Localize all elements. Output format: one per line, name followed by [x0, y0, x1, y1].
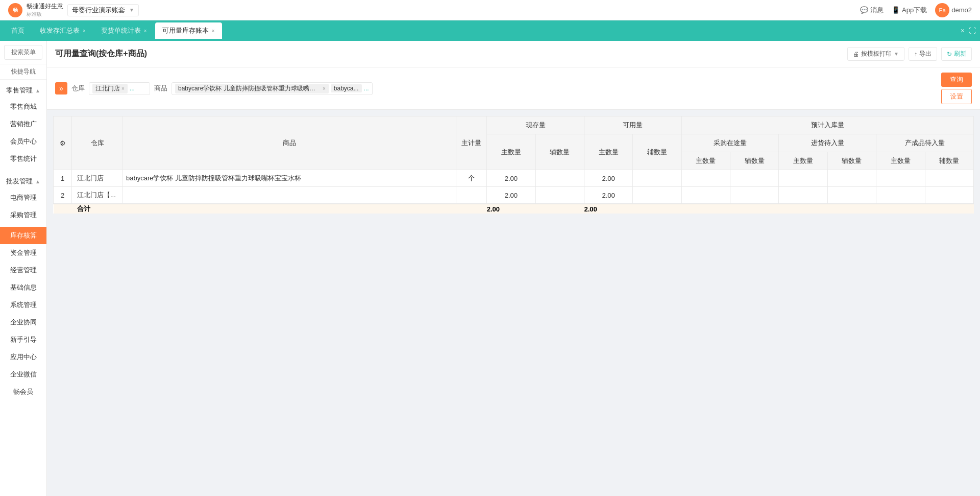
th-incoming-group: 进货待入量	[779, 134, 876, 152]
avatar: Ea	[935, 3, 949, 17]
industry-select[interactable]: 母婴行业演示账套 ▼	[67, 4, 139, 16]
app-download-btn[interactable]: 📱 App下载	[892, 6, 927, 15]
sidebar-item-system[interactable]: 系统管理	[0, 296, 46, 314]
sidebar-item-zero-mall[interactable]: 零售商城	[0, 98, 46, 115]
expand-icon[interactable]: ⛶	[969, 27, 976, 35]
page-header-actions: 🖨 按模板打印 ▼ ↑ 导出 ↻ 刷新	[847, 47, 972, 61]
tab-yaohuo[interactable]: 要货单统计表 ×	[94, 22, 154, 39]
table-container: ⚙ 仓库 商品 主计量 现存量 可用量 预计入库量 主数量 辅数量 主数量 辅数…	[47, 110, 980, 496]
warehouse-filter-group: 江北门店 × ...	[89, 82, 150, 95]
summary-label: 合计	[72, 204, 123, 214]
warehouse-filter-label: 仓库	[71, 84, 85, 93]
sidebar-item-enterprise[interactable]: 企业协同	[0, 314, 46, 331]
gear-icon: ⚙	[60, 139, 66, 147]
chevron-down-icon-wholesale: ▲	[35, 179, 40, 184]
print-btn[interactable]: 🖨 按模板打印 ▼	[847, 47, 904, 61]
th-produce-group: 产成品待入量	[876, 134, 974, 152]
sidebar-item-marketing[interactable]: 营销推广	[0, 115, 46, 133]
th-produce-main: 主数量	[876, 152, 925, 170]
sidebar-item-newbie[interactable]: 新手引导	[0, 331, 46, 348]
table-row: 2 江北门店【... 2.00 2.00	[54, 187, 974, 204]
search-menu-btn[interactable]: 搜索菜单	[4, 45, 42, 60]
th-produce-aux: 辅数量	[925, 152, 973, 170]
sidebar-item-ecom[interactable]: 电商管理	[0, 189, 46, 206]
sidebar-item-operation[interactable]: 经营管理	[0, 262, 46, 279]
th-product: 商品	[123, 116, 456, 170]
summary-stock-main: 2.00	[487, 204, 535, 214]
sidebar: 搜索菜单 快捷导航 零售管理 ▲ 零售商城 营销推广 会员中心 零售统计	[0, 41, 47, 496]
user-menu[interactable]: Ea demo2	[935, 3, 972, 17]
query-btn[interactable]: 查询	[941, 73, 972, 87]
refresh-icon: ↻	[947, 51, 952, 58]
warehouse-tag: 江北门店 ×	[92, 84, 128, 93]
sidebar-section-wholesale: 批发管理 ▲ 电商管理 采购管理	[0, 171, 46, 227]
product-more-btn[interactable]: ...	[364, 85, 369, 92]
refresh-btn[interactable]: ↻ 刷新	[941, 47, 972, 61]
sidebar-item-purchase[interactable]: 采购管理	[0, 206, 46, 224]
table-footer: 合计 2.00 2.00	[54, 204, 974, 214]
close-tab-yaohuo[interactable]: ×	[144, 28, 147, 34]
setting-btn[interactable]: 设置	[941, 89, 972, 104]
th-forecast-group: 预计入库量	[681, 116, 973, 134]
product-filter-group: babycare学饮杯 儿童防摔防撞吸管杯重力球吸嘴杯宝宝水杯 × babyca…	[172, 82, 373, 95]
sidebar-item-member[interactable]: 会员中心	[0, 133, 46, 150]
page-header: 可用量查询(按仓库+商品) 🖨 按模板打印 ▼ ↑ 导出 ↻ 刷新	[47, 41, 980, 67]
top-bar-right: 💬 消息 📱 App下载 Ea demo2	[860, 3, 972, 17]
sidebar-item-vip-member[interactable]: 畅会员	[0, 383, 46, 400]
app-subtitle: 标准版	[27, 11, 63, 18]
th-avail-group: 可用量	[584, 116, 681, 134]
top-bar: 畅 畅捷通好生意 标准版 母婴行业演示账套 ▼ 💬 消息 📱 App下载 Ea …	[0, 0, 980, 20]
close-tab-shoufacun[interactable]: ×	[83, 28, 86, 34]
message-btn[interactable]: 💬 消息	[860, 6, 884, 15]
warehouse-more-btn[interactable]: ...	[130, 85, 135, 92]
main-layout: 搜索菜单 快捷导航 零售管理 ▲ 零售商城 营销推广 会员中心 零售统计	[0, 41, 980, 496]
th-purchase-main: 主数量	[681, 152, 730, 170]
app-name: 畅捷通好生意	[27, 2, 63, 11]
th-purchase-group: 采购在途量	[681, 134, 779, 152]
top-bar-left: 畅 畅捷通好生意 标准版 母婴行业演示账套 ▼	[8, 2, 139, 18]
content-area: 可用量查询(按仓库+商品) 🖨 按模板打印 ▼ ↑ 导出 ↻ 刷新 »	[47, 41, 980, 496]
app-logo: 畅	[8, 3, 22, 17]
export-icon: ↑	[914, 51, 917, 58]
tab-home[interactable]: 首页	[4, 22, 32, 39]
sidebar-item-inventory[interactable]: 库存核算	[0, 227, 46, 244]
nav-tabs: 首页 收发存汇总表 × 要货单统计表 × 可用量库存账本 × × ⛶	[0, 20, 980, 41]
sidebar-search-area: 搜索菜单	[0, 41, 46, 64]
filter-bar: » 仓库 江北门店 × ... 商品 babycare学饮杯 儿童防摔防撞吸管杯…	[47, 67, 980, 110]
sidebar-item-zero-stats[interactable]: 零售统计	[0, 150, 46, 168]
warehouse-tag-close[interactable]: ×	[121, 86, 125, 91]
close-tab-kuyun[interactable]: ×	[212, 28, 215, 34]
th-stock-group: 现存量	[487, 116, 584, 134]
th-purchase-aux: 辅数量	[730, 152, 779, 170]
sidebar-group-wholesale[interactable]: 批发管理 ▲	[0, 174, 46, 189]
export-btn[interactable]: ↑ 导出	[909, 47, 937, 61]
quick-nav-btn[interactable]: 快捷导航	[0, 64, 46, 80]
th-warehouse: 仓库	[72, 116, 123, 170]
message-icon: 💬	[860, 6, 868, 14]
th-incoming-aux: 辅数量	[827, 152, 876, 170]
th-gear[interactable]: ⚙	[54, 116, 72, 170]
product-filter-label: 商品	[154, 84, 167, 93]
summary-avail-main: 2.00	[584, 204, 632, 214]
data-table: ⚙ 仓库 商品 主计量 现存量 可用量 预计入库量 主数量 辅数量 主数量 辅数…	[53, 116, 974, 214]
app-info: 畅捷通好生意 标准版	[27, 2, 63, 18]
close-all-tabs-icon[interactable]: ×	[961, 27, 965, 35]
sidebar-item-basic[interactable]: 基础信息	[0, 279, 46, 296]
th-avail-main: 主数量	[584, 134, 632, 170]
chevron-up-icon: ▲	[35, 88, 40, 93]
th-avail-aux: 辅数量	[633, 134, 681, 170]
product-tag1-close[interactable]: ×	[323, 86, 326, 91]
page-title: 可用量查询(按仓库+商品)	[55, 49, 147, 59]
th-incoming-main: 主数量	[779, 152, 827, 170]
print-chevron-icon: ▼	[894, 51, 899, 57]
sidebar-item-finance[interactable]: 资金管理	[0, 244, 46, 262]
sidebar-group-zero-sales[interactable]: 零售管理 ▲	[0, 83, 46, 98]
chevron-down-icon: ▼	[129, 7, 134, 13]
download-icon: 📱	[892, 6, 900, 14]
filter-toggle-btn[interactable]: »	[55, 82, 67, 95]
tab-shoufacun[interactable]: 收发存汇总表 ×	[33, 22, 93, 39]
sidebar-item-enterprise-wx[interactable]: 企业微信	[0, 366, 46, 383]
th-unit: 主计量	[456, 116, 487, 170]
sidebar-item-app-center[interactable]: 应用中心	[0, 348, 46, 366]
tab-kuyun[interactable]: 可用量库存账本 ×	[155, 22, 222, 39]
